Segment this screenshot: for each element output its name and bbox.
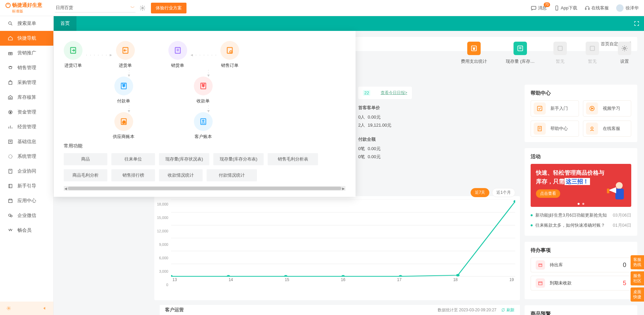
svg-point-77 [227,275,230,277]
settings-small-icon[interactable] [6,306,11,311]
collapse-icon[interactable] [41,306,47,311]
sidebar-item-member[interactable]: 畅会员 [0,223,53,238]
node-supplier-ledger[interactable]: 供供应商账本 [113,112,135,140]
node-customer-ledger[interactable]: 客户账本 [167,112,239,140]
wechat-icon [7,213,13,219]
svg-rect-24 [9,169,12,173]
chip-stock-dist[interactable]: 现存量(库存分布表) [213,153,264,165]
sidebar-item-search[interactable]: 搜索菜单 [0,16,53,31]
promo-banner[interactable]: 快速、轻松管理商品价格与 库存，只需这三招！ 点击查看 [531,164,631,207]
bag-icon [7,80,13,86]
sidebar-item-wecom[interactable]: 企业微信 [0,208,53,223]
sidebar-item-apps[interactable]: 应用中心 [0,193,53,208]
chip-partner[interactable]: 往来单位 [111,153,155,165]
activity-title: 活动 [531,153,631,160]
tab-home[interactable]: 首页 [54,16,76,31]
chart-tab-7d[interactable]: 近7天 [471,188,490,197]
sales-bill-icon [168,41,187,60]
customer-ops-card: 客户运营 数据统计至 2023-03-20 09:20:27 刷新 [160,305,520,315]
node-purchase-order[interactable]: 进货订单 [64,41,83,69]
scroll-right-icon[interactable]: ▶ [341,186,345,191]
scroll-left-icon[interactable]: ◀ [64,186,68,191]
sidebar-item-sales[interactable]: 销售管理 [0,60,53,75]
settings-icon [7,153,13,160]
chart-tab-1m[interactable]: 近1个月 [492,188,515,197]
svg-rect-67 [539,282,542,285]
empty-icon [553,42,567,55]
svg-point-78 [284,275,287,277]
chip-stock-status[interactable]: 现存量(库存状况表) [159,153,209,165]
view-daily-report-link[interactable]: 查看今日日报> [381,90,407,96]
todo-outbound[interactable]: 待出库0 [531,258,631,272]
check-icon [534,102,546,115]
warehouse-icon [7,94,13,100]
sidebar-item-basicinfo[interactable]: 基础信息 [0,134,53,149]
vip-icon [7,227,13,233]
shortcut-settings[interactable]: 设置 [618,42,631,64]
svg-point-56 [202,120,204,122]
messages-button[interactable]: 消息 70 [531,5,547,11]
svg-rect-40 [590,46,595,51]
help-video[interactable]: 视频学习 [583,100,631,117]
node-purchase-bill[interactable]: 进货单 [116,41,135,69]
todo-overdue[interactable]: 到期未收款5 [531,276,631,290]
shortcut-stock[interactable]: 现存量 (库存… [506,42,535,64]
node-pay-bill[interactable]: ¥付款单 [113,77,135,104]
refresh-button[interactable]: 刷新 [501,307,515,313]
online-service-button[interactable]: 在线客服 [585,5,609,11]
try-industry-button[interactable]: 体验行业方案 [151,3,186,13]
user-menu[interactable]: 徐泽华 [616,4,639,12]
category-select[interactable]: 日用百货 ﹀ [55,3,136,12]
float-hotline[interactable]: 客服热线 [631,255,644,269]
app-download-button[interactable]: App下载 [554,5,577,11]
promo-button[interactable]: 点击查看 [536,189,560,198]
sidebar-item-inventory[interactable]: 库存核算 [0,90,53,105]
fullscreen-icon[interactable] [629,16,644,31]
svg-point-41 [624,47,626,49]
sidebar-item-guide[interactable]: 新手引导 [0,179,53,193]
svg-rect-32 [45,307,45,310]
node-receive-bill[interactable]: ¥收款单 [167,77,239,104]
play-icon [586,102,598,115]
chip-product[interactable]: 商品 [64,153,107,165]
news-item[interactable]: 新功能|好生意3月6日功能更新抢先知03月06日 [531,210,631,220]
chip-product-profit[interactable]: 商品毛利分析 [64,169,107,181]
sidebar-item-marketing[interactable]: 营销推广 [0,46,53,60]
sidebar-item-finance[interactable]: ¥资金管理 [0,105,53,120]
chip-sales-profit[interactable]: 销售毛利分析表 [268,153,318,165]
float-community[interactable]: 服务社区 [631,271,644,285]
book-icon [7,183,13,189]
node-sales-order[interactable]: 销售订单 [220,41,239,69]
headset-icon [586,123,598,135]
sidebar-item-operation[interactable]: 经营管理 [0,120,53,134]
svg-point-62 [591,127,593,129]
help-center[interactable]: 帮助中心 [531,121,579,137]
panel-scrollbar[interactable]: ◀ ▶ [64,186,345,191]
chip-pay-stats[interactable]: 付款情况统计 [207,169,257,181]
gear-icon [618,42,631,55]
gear-icon[interactable] [140,5,146,11]
list-icon [7,139,13,145]
shortcut-icons: ¥费用支出统计 现存量 (库存… 暂无 暂无 设置 [461,42,631,64]
scroll-thumb[interactable] [68,187,341,190]
help-service[interactable]: 在线客服 [583,121,631,137]
sidebar-item-collab[interactable]: 企业协同 [0,164,53,179]
chevron-down-icon: ﹀ [130,5,135,11]
svg-text:供: 供 [122,121,125,124]
brief-date-badge: 22 [363,90,370,96]
help-newbie[interactable]: 新手入门 [531,100,579,117]
store-icon [7,198,13,204]
chip-sales-rank[interactable]: 销售排行榜 [111,169,155,181]
shortcut-empty-2[interactable]: 暂无 [586,42,599,64]
sidebar-item-purchase[interactable]: 采购管理 [0,75,53,90]
shortcut-expense[interactable]: ¥费用支出统计 [461,42,487,64]
news-item[interactable]: 往来账款太多，如何快速准确对账？01月04日 [531,220,631,230]
warning-title: 商品预警 [531,311,631,315]
node-sales-bill[interactable]: 销货单 [168,41,187,69]
float-desktop[interactable]: 桌面快捷 [631,287,644,302]
shortcut-empty-1[interactable]: 暂无 [553,42,567,64]
sidebar-item-quicknav[interactable]: 快捷导航 [0,31,53,46]
svg-rect-66 [539,264,542,267]
sidebar-item-system[interactable]: 系统管理 [0,149,53,164]
chip-receive-stats[interactable]: 收款情况统计 [159,169,203,181]
